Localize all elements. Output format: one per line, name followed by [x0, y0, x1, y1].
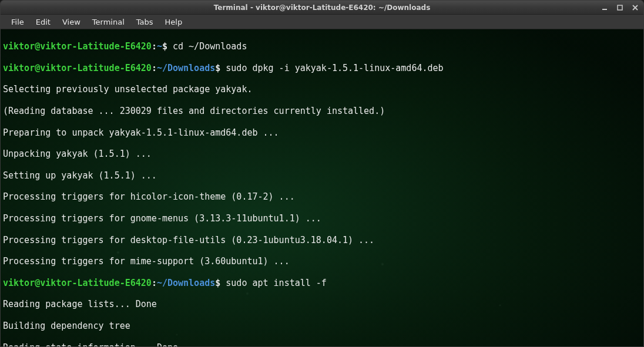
terminal-window: Terminal - viktor@viktor-Latitude-E6420:…: [0, 0, 644, 347]
menu-terminal[interactable]: Terminal: [86, 16, 130, 28]
command-text: sudo apt install -f: [220, 278, 327, 288]
output-line: Building dependency tree: [3, 321, 641, 331]
menu-tabs[interactable]: Tabs: [130, 16, 159, 28]
terminal-output-area[interactable]: viktor@viktor-Latitude-E6420:~$ cd ~/Dow…: [1, 29, 643, 346]
output-line: Reading state information... Done: [3, 342, 641, 346]
minimize-icon[interactable]: [600, 3, 609, 12]
maximize-icon[interactable]: [615, 3, 625, 12]
terminal-line: viktor@viktor-Latitude-E6420:~/Downloads…: [3, 278, 641, 288]
window-title: Terminal - viktor@viktor-Latitude-E6420:…: [214, 4, 431, 12]
output-line: (Reading database ... 230029 files and d…: [3, 106, 641, 116]
prompt-path: ~: [157, 41, 162, 52]
titlebar[interactable]: Terminal - viktor@viktor-Latitude-E6420:…: [1, 1, 643, 15]
menu-file[interactable]: File: [5, 16, 30, 28]
svg-rect-0: [602, 9, 607, 10]
menubar: File Edit View Terminal Tabs Help: [1, 15, 643, 29]
prompt-user: viktor@viktor-Latitude-E6420: [3, 278, 152, 288]
window-controls: [600, 1, 640, 14]
prompt-path: ~/Downloads: [157, 63, 215, 73]
output-line: Processing triggers for desktop-file-uti…: [3, 235, 641, 245]
prompt-dollar: $: [215, 63, 220, 73]
prompt-colon: :: [152, 41, 157, 52]
command-text: cd ~/Downloads: [167, 41, 247, 52]
terminal-line: viktor@viktor-Latitude-E6420:~/Downloads…: [3, 63, 641, 73]
terminal-line: viktor@viktor-Latitude-E6420:~$ cd ~/Dow…: [3, 41, 641, 52]
output-line: Selecting previously unselected package …: [3, 84, 641, 95]
command-text: sudo dpkg -i yakyak-1.5.1-linux-amd64.de…: [220, 63, 443, 73]
prompt-dollar: $: [162, 41, 167, 52]
svg-rect-1: [618, 5, 622, 10]
output-line: Setting up yakyak (1.5.1) ...: [3, 170, 641, 181]
prompt-path: ~/Downloads: [157, 278, 215, 288]
prompt-user: viktor@viktor-Latitude-E6420: [3, 41, 152, 52]
output-line: Processing triggers for mime-support (3.…: [3, 256, 641, 267]
prompt-colon: :: [152, 63, 157, 73]
prompt-colon: :: [152, 278, 157, 288]
output-line: Processing triggers for gnome-menus (3.1…: [3, 213, 641, 224]
output-line: Unpacking yakyak (1.5.1) ...: [3, 149, 641, 159]
output-line: Processing triggers for hicolor-icon-the…: [3, 191, 641, 202]
close-icon[interactable]: [630, 3, 640, 12]
output-line: Reading package lists... Done: [3, 299, 641, 309]
menu-help[interactable]: Help: [159, 16, 189, 28]
prompt-dollar: $: [215, 278, 220, 288]
menu-edit[interactable]: Edit: [30, 16, 56, 28]
menu-view[interactable]: View: [56, 16, 86, 28]
prompt-user: viktor@viktor-Latitude-E6420: [3, 63, 152, 73]
output-line: Preparing to unpack yakyak-1.5.1-linux-a…: [3, 127, 641, 138]
